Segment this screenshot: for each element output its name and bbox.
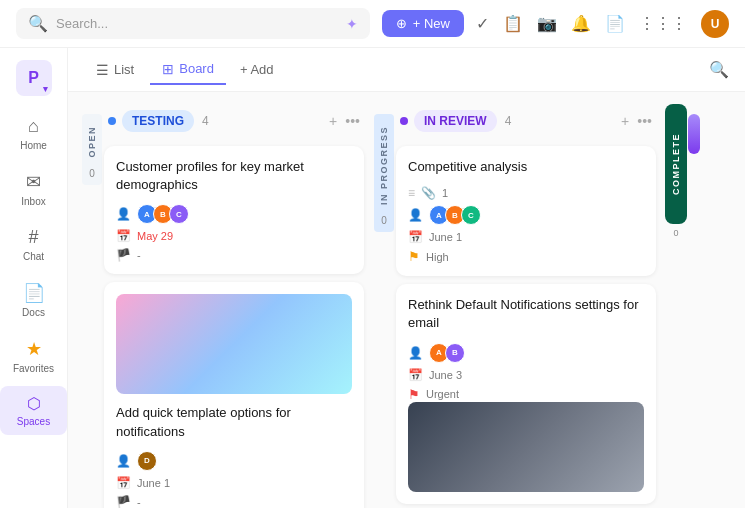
avatar: C [461,205,481,225]
content-area: ☰ List ⊞ Board + Add 🔍 OPEN 0 [68,48,745,508]
spaces-icon: ⬡ [27,394,41,413]
priority-label: Urgent [426,388,459,400]
card-title: Customer profiles for key market demogra… [116,158,352,194]
card-dark-image [408,402,644,492]
more-options-icon[interactable]: ••• [345,113,360,129]
open-bar: OPEN 0 [82,114,102,185]
assignees-row: 👤 A B C [116,204,352,224]
card-competitive-analysis[interactable]: Competitive analysis ≡ 📎 1 👤 A [396,146,656,276]
date-row: 📅 May 29 [116,229,352,243]
in-progress-bar: IN PROGRESS 0 [374,114,394,232]
testing-dot [108,117,116,125]
in-review-col-header: IN REVIEW 4 + ••• [396,104,656,138]
new-button[interactable]: ⊕ + New [382,10,464,37]
assignees-row: 👤 A B C [408,205,644,225]
flag-row: 🏴 - [116,248,352,262]
docs-icon: 📄 [23,282,45,304]
add-view-button[interactable]: + Add [230,56,284,83]
in-review-col-actions[interactable]: + ••• [621,113,652,129]
testing-column: TESTING 4 + ••• Customer profiles for ke… [104,104,364,496]
next-col-peek [688,114,700,154]
search-toggle-icon[interactable]: 🔍 [709,60,729,79]
in-progress-count: 0 [381,215,387,226]
attachment-count: 1 [442,187,448,199]
calendar-icon: 📅 [408,368,423,382]
open-status-bar: OPEN 0 [80,104,104,496]
board-area: OPEN 0 TESTING 4 + ••• [68,92,745,508]
calendar-icon: 📅 [408,230,423,244]
card-avatars: A B [429,343,465,363]
card-avatars: D [137,451,157,471]
sidebar-item-spaces[interactable]: ⬡ Spaces [0,386,67,435]
attachment-icon: 📎 [421,186,436,200]
sidebar-item-chat[interactable]: # Chat [0,219,67,270]
priority-label: High [426,251,449,263]
card-date: June 1 [429,231,462,243]
user-avatar[interactable]: U [701,10,729,38]
search-placeholder: Search... [56,16,338,31]
more-options-icon[interactable]: ••• [637,113,652,129]
testing-col-inner: TESTING 4 + ••• Customer profiles for ke… [104,104,364,496]
card-title: Add quick template options for notificat… [116,404,352,440]
card-image [116,294,352,394]
date-row: 📅 June 1 [116,476,352,490]
list-icon: ☰ [96,62,109,78]
card-meta: 👤 A B C 📅 May 29 [116,204,352,262]
complete-count: 0 [673,228,678,238]
sparkle-icon: ✦ [346,16,358,32]
flag-value: - [137,249,141,261]
assignees-row: 👤 D [116,451,352,471]
avatar: B [445,343,465,363]
alarm-icon[interactable]: 🔔 [571,14,591,33]
date-row: 📅 June 3 [408,368,644,382]
list-tab[interactable]: ☰ List [84,56,146,84]
plus-icon: ⊕ [396,16,407,31]
board-icon: ⊞ [162,61,174,77]
priority-flag: ⚑ [408,249,420,264]
sidebar-item-favorites[interactable]: ★ Favorites [0,330,67,382]
chat-icon: # [28,227,38,248]
camera-icon[interactable]: 📷 [537,14,557,33]
search-box[interactable]: 🔍 Search... ✦ [16,8,370,39]
open-count: 0 [89,168,95,179]
inbox-icon: ✉ [26,171,41,193]
main-layout: P ⌂ Home ✉ Inbox # Chat 📄 Docs ★ Favorit… [0,48,745,508]
in-review-col-inner: IN REVIEW 4 + ••• Competitive analysis [396,104,656,496]
priority-flag: ⚑ [408,387,420,402]
complete-col: COMPLETE 0 [664,104,688,496]
topbar: 🔍 Search... ✦ ⊕ + New ✓ 📋 📷 🔔 📄 ⋮⋮⋮ U [0,0,745,48]
card-title: Competitive analysis [408,158,644,176]
assignee-icon: 👤 [408,208,423,222]
in-progress-label: IN PROGRESS [376,120,392,211]
card-customer-profiles[interactable]: Customer profiles for key market demogra… [104,146,364,274]
card-date: June 3 [429,369,462,381]
card-meta: 👤 A B 📅 June 3 ⚑ [408,343,644,402]
workspace-logo[interactable]: P [16,60,52,96]
search-icon: 🔍 [28,14,48,33]
card-title: Rethink Default Notifications settings f… [408,296,644,332]
sidebar-item-inbox[interactable]: ✉ Inbox [0,163,67,215]
card-rethink-notifications[interactable]: Rethink Default Notifications settings f… [396,284,656,503]
sidebar-item-home[interactable]: ⌂ Home [0,108,67,159]
testing-col-actions[interactable]: + ••• [329,113,360,129]
assignee-icon: 👤 [116,207,131,221]
sidebar-item-docs[interactable]: 📄 Docs [0,274,67,326]
flag-row: 🏴 - [116,495,352,508]
clipboard-icon[interactable]: 📋 [503,14,523,33]
add-card-icon[interactable]: + [621,113,629,129]
flag-icon: 🏴 [116,495,131,508]
in-progress-status-bar: IN PROGRESS 0 [372,104,396,496]
grid-icon[interactable]: ⋮⋮⋮ [639,14,687,33]
doc-icon[interactable]: 📄 [605,14,625,33]
card-template-options[interactable]: Add quick template options for notificat… [104,282,364,508]
add-card-icon[interactable]: + [329,113,337,129]
open-label: OPEN [84,120,100,164]
assignees-row: 👤 A B [408,343,644,363]
in-review-column: IN REVIEW 4 + ••• Competitive analysis [396,104,656,496]
card-avatars: A B C [137,204,189,224]
priority-row: ⚑ Urgent [408,387,644,402]
board-tab[interactable]: ⊞ Board [150,55,226,85]
in-review-title-badge: IN REVIEW [414,110,497,132]
check-icon[interactable]: ✓ [476,14,489,33]
testing-count: 4 [202,114,209,128]
